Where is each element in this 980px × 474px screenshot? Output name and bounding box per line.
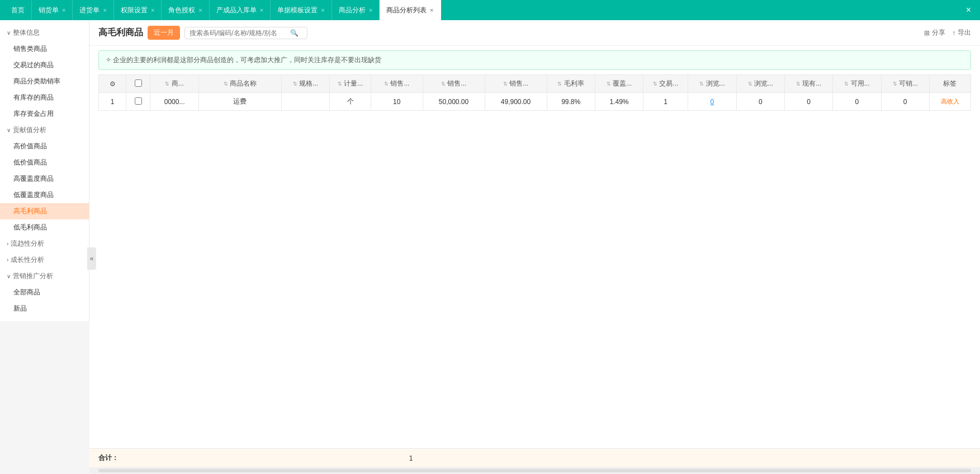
sidebar-item-all-goods[interactable]: 全部商品 [0,284,89,301]
close-icon[interactable]: × [430,7,433,13]
nav-tab-product-in[interactable]: 产成品入库单 × [210,0,271,20]
table-header-row: ⚙ ⇅ 商... ⇅ 商品名称 ⇅ 规格... ⇅ 计量... ⇅ 销售... … [99,75,971,93]
sidebar-section-marketing[interactable]: ∨ 营销推广分析 [0,268,89,284]
close-icon[interactable]: × [151,7,154,13]
sidebar-item-low-coverage[interactable]: 低覆盖度商品 [0,187,89,203]
filter-recent-month-button[interactable]: 近一月 [148,26,180,40]
footer-total-bar: 合计： 1 [89,448,980,467]
col-gross-rate[interactable]: ⇅ 毛利率 [547,75,595,93]
export-icon: ↑ [952,29,955,37]
col-view2[interactable]: ⇅ 浏览... [736,75,784,93]
col-spec[interactable]: ⇅ 规格... [281,75,329,93]
close-icon[interactable]: × [369,7,372,13]
nav-tab-template[interactable]: 单据模板设置 × [271,0,332,20]
row-checkbox[interactable] [135,97,142,105]
close-icon[interactable]: × [260,7,263,13]
nav-tab-home[interactable]: 首页 [4,0,32,20]
close-all-button[interactable]: × [962,5,976,15]
nav-tab-sales[interactable]: 销货单 × [32,0,73,20]
nav-tab-permission[interactable]: 权限设置 × [114,0,162,20]
col-sale-amt2[interactable]: ⇅ 销售... [485,75,547,93]
close-icon[interactable]: × [62,7,65,13]
cell-spec [281,93,329,111]
cell-view1[interactable]: 0 [688,93,736,111]
sidebar-item-new-goods[interactable]: 新品 [0,301,89,317]
main-container: ∨ 整体信息 销售类商品 交易过的商品 商品分类助销率 有库存的商品 库存资金占… [0,20,980,474]
nav-tab-analysis[interactable]: 商品分析 × [332,0,380,20]
chevron-right-icon: › [7,257,8,263]
chevron-down-icon: ∨ [7,30,11,36]
data-table: ⚙ ⇅ 商... ⇅ 商品名称 ⇅ 规格... ⇅ 计量... ⇅ 销售... … [98,74,971,111]
share-button[interactable]: ⊞ 分享 [924,28,945,37]
cell-code: 0000... [150,93,198,111]
sidebar-item-high-margin[interactable]: 高毛利商品 [0,203,89,219]
footer-label: 合计： [98,453,143,463]
share-icon: ⊞ [924,29,930,37]
col-avail1[interactable]: ⇅ 现有... [784,75,832,93]
sidebar-item-sales-goods[interactable]: 销售类商品 [0,41,89,57]
scroll-track [98,469,971,472]
search-input[interactable] [190,29,290,37]
col-checkbox [126,75,150,93]
top-nav: 首页 销货单 × 进货单 × 权限设置 × 角色授权 × 产成品入库单 × 单据… [0,0,980,20]
nav-tab-purchase[interactable]: 进货单 × [73,0,113,20]
sidebar-section-growth[interactable]: › 成长性分析 [0,252,89,268]
page-title: 高毛利商品 [98,27,143,39]
sidebar: ∨ 整体信息 销售类商品 交易过的商品 商品分类助销率 有库存的商品 库存资金占… [0,20,89,321]
col-trans-count[interactable]: ⇅ 交易... [643,75,688,93]
cell-gross-rate: 99.8% [547,93,595,111]
sidebar-section-overview[interactable]: ∨ 整体信息 [0,25,89,41]
header-actions: ⊞ 分享 ↑ 导出 [924,28,971,37]
cell-sale-qty: 10 [371,93,423,111]
footer-cell-qty: 1 [387,454,435,462]
search-icon[interactable]: 🔍 [290,29,299,37]
sidebar-collapse-button[interactable]: « [87,247,96,270]
chevron-right-icon: › [7,241,8,247]
cell-view2: 0 [736,93,784,111]
nav-tab-analysis-list[interactable]: 商品分析列表 × [380,0,441,20]
col-settings[interactable]: ⚙ [99,75,126,93]
col-code[interactable]: ⇅ 商... [150,75,198,93]
col-sellable[interactable]: ⇅ 可销... [881,75,929,93]
col-view1[interactable]: ⇅ 浏览... [688,75,736,93]
table-container: ⚙ ⇅ 商... ⇅ 商品名称 ⇅ 规格... ⇅ 计量... ⇅ 销售... … [89,74,980,448]
sidebar-item-category-rate[interactable]: 商品分类助销率 [0,73,89,90]
col-sale-qty[interactable]: ⇅ 销售... [371,75,423,93]
sidebar-item-stock-goods[interactable]: 有库存的商品 [0,90,89,106]
cell-sale-amt2: 49,900.00 [485,93,547,111]
sidebar-item-low-margin[interactable]: 低毛利商品 [0,219,89,236]
cell-unit: 个 [330,93,371,111]
sidebar-item-stock-capital[interactable]: 库存资金占用 [0,106,89,122]
content-header: 高毛利商品 近一月 🔍 ⊞ 分享 ↑ 导出 [89,20,980,46]
col-sale-amt1[interactable]: ⇅ 销售... [423,75,485,93]
sidebar-item-high-coverage[interactable]: 高覆盖度商品 [0,171,89,187]
nav-tab-role[interactable]: 角色授权 × [162,0,209,20]
col-unit[interactable]: ⇅ 计量... [330,75,371,93]
sidebar-section-contribution[interactable]: ∨ 贡献值分析 [0,122,89,138]
search-box: 🔍 [184,27,307,39]
col-tag[interactable]: 标签 [929,75,970,93]
info-icon: ✧ [106,56,113,64]
sidebar-item-low-value[interactable]: 低价值商品 [0,154,89,171]
select-all-checkbox[interactable] [135,79,142,87]
col-name[interactable]: ⇅ 商品名称 [198,75,281,93]
cell-sale-amt1: 50,000.00 [423,93,485,111]
horizontal-scrollbar[interactable] [89,467,980,474]
close-icon[interactable]: × [321,7,324,13]
cell-name: 运费 [198,93,281,111]
chevron-down-icon: ∨ [7,273,11,279]
export-button[interactable]: ↑ 导出 [952,28,971,37]
cell-tag: 高收入 [929,93,970,111]
col-coverage[interactable]: ⇅ 覆盖... [595,75,643,93]
cell-sellable: 0 [881,93,929,111]
sidebar-item-traded-goods[interactable]: 交易过的商品 [0,57,89,73]
sidebar-section-trend[interactable]: › 流趋性分析 [0,236,89,252]
cell-avail1: 0 [784,93,832,111]
sidebar-item-high-value[interactable]: 高价值商品 [0,138,89,154]
col-avail2[interactable]: ⇅ 可用... [833,75,881,93]
close-icon[interactable]: × [198,7,202,13]
table-row: 1 0000... 运费 个 10 50,000.00 49,900.00 99… [99,93,971,111]
cell-avail2: 0 [833,93,881,111]
close-icon[interactable]: × [103,7,106,13]
info-bar: ✧ 企业的主要的利润都是这部分商品创造的，可考虑加大推广，同时关注库存是不要出现… [98,50,971,70]
